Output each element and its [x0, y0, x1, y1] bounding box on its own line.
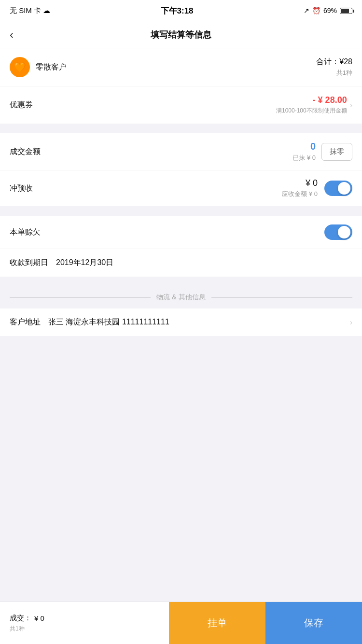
address-key: 客户地址 [10, 317, 41, 327]
divider-2 [0, 211, 362, 216]
coupon-amount: - ¥ 28.00 [276, 95, 347, 105]
sim-label: 无 SIM 卡 ☁ [10, 6, 50, 15]
prepay-toggle[interactable] [324, 181, 352, 196]
logistics-line-left [10, 297, 151, 298]
bottom-count: 共1种 [10, 625, 159, 633]
debt-section: 本单赊欠 收款到期日 2019年12月30日 [0, 216, 362, 277]
customer-row: 🧡 零散客户 合计：¥28 共1种 [0, 48, 362, 86]
prepay-values: ¥ 0 应收金额 ¥ 0 [282, 178, 318, 198]
customer-section: 🧡 零散客户 合计：¥28 共1种 优惠券 - ¥ 28.00 满1000-10… [0, 48, 362, 124]
back-button[interactable]: ‹ [10, 28, 14, 42]
divider-3 [0, 281, 362, 286]
deal-right: 0 已抹 ¥ 0 抹零 [292, 141, 352, 162]
logistics-line-right [211, 297, 352, 298]
battery-percent: 69% [323, 7, 337, 14]
toggle-knob [338, 182, 350, 195]
divider-1 [0, 128, 362, 133]
page-title: 填写结算等信息 [151, 29, 211, 41]
debt-row: 本单赊欠 [0, 216, 362, 249]
deal-value: 0 [292, 141, 316, 152]
deal-amount-row: 成交金额 0 已抹 ¥ 0 抹零 [0, 133, 362, 170]
status-right: ↗ ⏰ 69% [304, 7, 352, 14]
debt-toggle[interactable] [324, 224, 352, 240]
coupon-right: - ¥ 28.00 满1000-100不限制使用金额 › [276, 95, 352, 115]
save-button[interactable]: 保存 [265, 602, 362, 644]
avatar-icon: 🧡 [14, 61, 26, 73]
content-area: 🧡 零散客户 合计：¥28 共1种 优惠券 - ¥ 28.00 满1000-10… [0, 48, 362, 481]
round-zero-button[interactable]: 抹零 [321, 143, 352, 161]
coupon-label: 优惠券 [10, 100, 33, 110]
deal-value-wrap: 0 已抹 ¥ 0 [292, 141, 316, 162]
bottom-deal-amount: ¥ 0 [34, 614, 44, 622]
logistics-header: 物流 & 其他信息 [0, 286, 362, 308]
prepay-row: 冲预收 ¥ 0 应收金额 ¥ 0 [0, 170, 362, 206]
due-date-label: 收款到期日 [10, 258, 48, 268]
due-date-row: 收款到期日 2019年12月30日 [0, 249, 362, 277]
due-date-value: 2019年12月30日 [56, 258, 113, 268]
bottom-bar: 成交： ¥ 0 共1种 挂单 保存 [0, 602, 362, 644]
deal-sub: 已抹 ¥ 0 [292, 154, 316, 162]
customer-avatar: 🧡 [10, 57, 30, 77]
status-time: 下午3:18 [161, 5, 194, 16]
bottom-summary: 成交： ¥ 0 共1种 [0, 614, 169, 633]
prepay-amount: ¥ 0 [282, 178, 318, 188]
prepay-sub: 应收金额 ¥ 0 [282, 190, 318, 198]
bottom-deal-row: 成交： ¥ 0 [10, 614, 159, 623]
address-value: 张三 海淀永丰科技园 11111111111 [48, 317, 169, 327]
debt-label: 本单赊欠 [10, 227, 41, 238]
prepay-label: 冲预收 [10, 183, 33, 194]
location-icon: ↗ [304, 7, 309, 14]
bottom-deal-label: 成交： [10, 614, 31, 623]
customer-name: 零散客户 [36, 62, 67, 72]
address-section: 客户地址 张三 海淀永丰科技园 11111111111 › [0, 308, 362, 336]
coupon-chevron-icon: › [350, 101, 352, 110]
coupon-desc: 满1000-100不限制使用金额 [276, 107, 347, 115]
battery-icon [340, 8, 352, 14]
alarm-icon: ⏰ [312, 7, 320, 14]
address-chevron-icon: › [350, 318, 352, 327]
status-left: 无 SIM 卡 ☁ [10, 6, 50, 15]
coupon-info: - ¥ 28.00 满1000-100不限制使用金额 [276, 95, 347, 115]
address-row[interactable]: 客户地址 张三 海淀永丰科技园 11111111111 › [0, 308, 362, 336]
deal-section: 成交金额 0 已抹 ¥ 0 抹零 冲预收 ¥ 0 应收金额 ¥ 0 [0, 133, 362, 206]
divider-4 [0, 341, 362, 437]
customer-totals: 合计：¥28 共1种 [316, 57, 352, 77]
prepay-right: ¥ 0 应收金额 ¥ 0 [282, 178, 352, 198]
hang-button[interactable]: 挂单 [169, 602, 265, 644]
debt-toggle-knob [338, 226, 350, 238]
address-left: 客户地址 张三 海淀永丰科技园 11111111111 [10, 317, 169, 327]
total-count: 共1种 [316, 69, 352, 77]
deal-amount-label: 成交金额 [10, 147, 41, 157]
coupon-row[interactable]: 优惠券 - ¥ 28.00 满1000-100不限制使用金额 › [0, 86, 362, 124]
customer-info: 🧡 零散客户 [10, 57, 67, 77]
logistics-text: 物流 & 其他信息 [156, 293, 205, 302]
status-bar: 无 SIM 卡 ☁ 下午3:18 ↗ ⏰ 69% [0, 0, 362, 21]
nav-bar: ‹ 填写结算等信息 [0, 21, 362, 48]
total-amount: 合计：¥28 [316, 57, 352, 67]
